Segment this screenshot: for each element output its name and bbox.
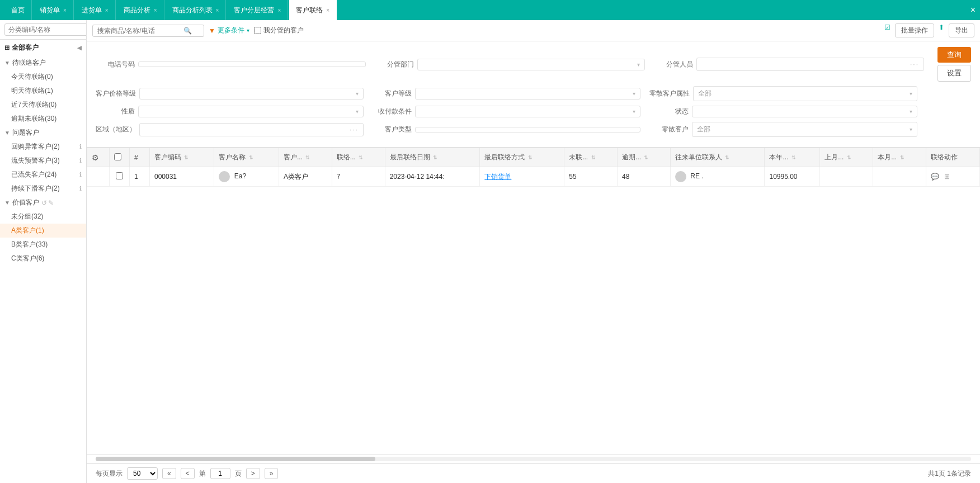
scatter-attr-select[interactable]: 全部 ▾ bbox=[693, 86, 917, 101]
sidebar-group-problem[interactable]: ▼ 问题客户 bbox=[0, 126, 86, 140]
col-type[interactable]: 客户... ⇅ bbox=[279, 148, 332, 167]
page-size-label: 每页显示 bbox=[96, 469, 123, 479]
sidebar-item-churned[interactable]: 已流失客户(24) ℹ bbox=[0, 168, 86, 182]
sidebar-group-pending[interactable]: ▼ 待联络客户 bbox=[0, 56, 86, 70]
main-search-icon[interactable]: 🔍 bbox=[183, 27, 192, 35]
sidebar-item-overdue-pending[interactable]: 逾期未联络(30) bbox=[0, 112, 86, 126]
row-action-cell[interactable]: 💬 ⊞ bbox=[926, 167, 980, 187]
row-checkbox[interactable] bbox=[116, 172, 123, 179]
main-search-input[interactable] bbox=[97, 27, 181, 35]
h-scrollbar-thumb[interactable] bbox=[96, 457, 375, 461]
sidebar-item-repurchase-abnormal[interactable]: 回购异常客户(2) ℹ bbox=[0, 140, 86, 154]
select-all-checkbox[interactable] bbox=[114, 153, 121, 160]
sidebar-item-churn-warning[interactable]: 流失预警客户(3) ℹ bbox=[0, 154, 86, 168]
close-purchase-tab[interactable]: × bbox=[105, 7, 109, 13]
customer-type-input[interactable] bbox=[415, 127, 640, 132]
sidebar-item-7day-pending[interactable]: 近7天待联络(0) bbox=[0, 98, 86, 112]
action-more-icon[interactable]: ⊞ bbox=[944, 173, 950, 181]
batch-icon: ☑ bbox=[884, 23, 891, 37]
more-filter-btn[interactable]: ▼ 更多条件 ▾ bbox=[209, 26, 249, 35]
close-product-analysis-list-tab[interactable]: × bbox=[216, 7, 219, 13]
tab-purchase[interactable]: 进货单 × bbox=[75, 0, 116, 20]
edit-icon[interactable]: ✎ bbox=[48, 199, 54, 207]
prev-page-button[interactable]: < bbox=[181, 468, 195, 479]
scatter-customer-select[interactable]: 全部 ▾ bbox=[692, 122, 917, 137]
last-method-link[interactable]: 下销货单 bbox=[484, 173, 511, 181]
info-icon-3: ℹ bbox=[79, 171, 82, 178]
col-unit-contact[interactable]: 往来单位联系人 ⇅ bbox=[670, 148, 765, 167]
col-this-month[interactable]: 本月... ⇅ bbox=[873, 148, 926, 167]
row-checkbox-cell[interactable] bbox=[110, 167, 130, 187]
sidebar-group-value[interactable]: ▼ 价值客户 ↺ ✎ bbox=[0, 196, 86, 210]
col-this-year[interactable]: 本年... ⇅ bbox=[765, 148, 820, 167]
close-customer-tier-tab[interactable]: × bbox=[277, 7, 281, 13]
sidebar-search-input[interactable] bbox=[4, 23, 87, 36]
page-size-select[interactable]: 50 100 200 bbox=[127, 467, 158, 480]
setting-button[interactable]: 设置 bbox=[937, 65, 971, 82]
total-info: 共1页 1条记录 bbox=[928, 469, 971, 479]
refresh-icon[interactable]: ↺ bbox=[41, 199, 47, 207]
query-button[interactable]: 查询 bbox=[937, 47, 971, 63]
col-code[interactable]: 客户编码 ⇅ bbox=[150, 148, 214, 167]
col-gear[interactable]: ⚙ bbox=[87, 148, 110, 167]
sidebar-item-a-class[interactable]: A类客户(1) bbox=[0, 224, 86, 238]
filter-actions: 查询 设置 bbox=[937, 47, 971, 82]
close-all-tabs[interactable]: × bbox=[970, 5, 976, 15]
sidebar-all-customers[interactable]: ⊞ 全部客户 ◀ bbox=[0, 40, 86, 56]
col-contact[interactable]: 联络... ⇅ bbox=[332, 148, 385, 167]
sidebar-item-today-pending[interactable]: 今天待联络(0) bbox=[0, 70, 86, 84]
nature-select[interactable]: ▾ bbox=[138, 106, 364, 117]
col-not-contact[interactable]: 未联... ⇅ bbox=[564, 148, 618, 167]
unit-contact-sort-icon: ⇅ bbox=[725, 155, 729, 160]
sidebar-item-declining[interactable]: 持续下滑客户(2) ℹ bbox=[0, 182, 86, 196]
close-product-analysis-tab[interactable]: × bbox=[154, 7, 157, 13]
col-overdue[interactable]: 逾期... ⇅ bbox=[618, 148, 671, 167]
close-customer-contact-tab[interactable]: × bbox=[326, 7, 329, 13]
col-last-date[interactable]: 最后联络日期 ⇅ bbox=[385, 148, 480, 167]
tab-sales[interactable]: 销货单 × bbox=[33, 0, 74, 20]
tab-product-analysis[interactable]: 商品分析 × bbox=[117, 0, 164, 20]
sidebar-item-tomorrow-pending[interactable]: 明天待联络(1) bbox=[0, 84, 86, 98]
price-level-select[interactable]: ▾ bbox=[139, 88, 364, 100]
tab-product-analysis-list[interactable]: 商品分析列表 × bbox=[166, 0, 227, 20]
col-last-method[interactable]: 最后联络方式 ⇅ bbox=[480, 148, 564, 167]
export-button[interactable]: 导出 bbox=[949, 23, 974, 37]
first-page-button[interactable]: « bbox=[162, 468, 176, 479]
region-input[interactable]: ··· bbox=[139, 123, 364, 136]
next-page-button[interactable]: > bbox=[246, 468, 260, 479]
col-last-month[interactable]: 上月... ⇅ bbox=[820, 148, 873, 167]
action-chat-icon[interactable]: 💬 bbox=[931, 173, 939, 181]
sidebar-item-b-class[interactable]: B类客户(33) bbox=[0, 238, 86, 252]
row-last-method-cell[interactable]: 下销货单 bbox=[480, 167, 564, 187]
chevron-down-icon: ▾ bbox=[247, 27, 249, 34]
close-sales-tab[interactable]: × bbox=[63, 7, 67, 13]
h-scrollbar-track[interactable] bbox=[96, 457, 971, 461]
top-navigation: 首页 销货单 × 进货单 × 商品分析 × 商品分析列表 × 客户分层经营 × … bbox=[0, 0, 980, 20]
row-type-cell: A类客户 bbox=[279, 167, 332, 187]
filter-payment: 收付款条件 ▾ bbox=[373, 106, 640, 117]
last-page-button[interactable]: » bbox=[265, 468, 279, 479]
batch-button[interactable]: 批量操作 bbox=[895, 23, 934, 37]
filter-scatter-attr: 零散客户属性 全部 ▾ bbox=[649, 86, 917, 101]
arrow-icon-3: ▼ bbox=[4, 200, 10, 206]
tab-home[interactable]: 首页 bbox=[4, 0, 32, 20]
sidebar-item-c-class[interactable]: C类客户(6) bbox=[0, 252, 86, 266]
row-contact-cell: 7 bbox=[332, 167, 385, 187]
tab-customer-contact[interactable]: 客户联络 × bbox=[289, 0, 337, 20]
phone-input[interactable] bbox=[138, 61, 366, 67]
col-checkbox[interactable] bbox=[110, 148, 130, 167]
manager-input[interactable]: ··· bbox=[696, 58, 924, 71]
my-customers-checkbox[interactable] bbox=[254, 27, 261, 34]
sidebar-item-unclassified[interactable]: 未分组(32) bbox=[0, 210, 86, 224]
this-month-sort-icon: ⇅ bbox=[900, 155, 904, 160]
customer-table: ⚙ # 客户编码 ⇅ 客户名称 ⇅ bbox=[87, 148, 980, 187]
current-page-input[interactable] bbox=[210, 468, 230, 479]
my-customers-checkbox-label[interactable]: 我分管的客户 bbox=[254, 26, 304, 35]
customer-level-select[interactable]: ▾ bbox=[415, 88, 640, 100]
dept-select[interactable]: ▾ bbox=[417, 59, 645, 70]
payment-select[interactable]: ▾ bbox=[415, 106, 640, 117]
scatter-attr-label: 零散客户属性 bbox=[649, 89, 690, 98]
tab-customer-tier[interactable]: 客户分层经营 × bbox=[227, 0, 288, 20]
col-name[interactable]: 客户名称 ⇅ bbox=[214, 148, 279, 167]
status-select[interactable]: ▾ bbox=[692, 106, 917, 117]
